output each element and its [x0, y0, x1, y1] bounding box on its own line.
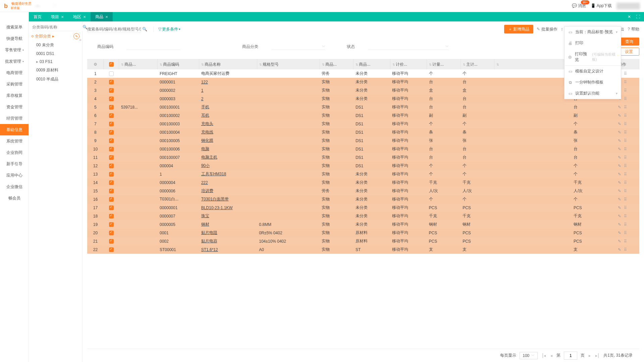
tab-首页[interactable]: 首页 [29, 12, 46, 21]
user-menu[interactable] [616, 3, 640, 9]
left-nav: 搜索菜单快捷导航零售管理▾批发管理▾电商管理采购管理库存核算资金管理经营管理基础… [0, 12, 29, 21]
close-icon[interactable]: ✕ [61, 15, 64, 19]
tab-close-icon[interactable]: ✕ [626, 13, 633, 20]
tab-商品[interactable]: 商品✕ [91, 12, 113, 21]
logo-brand: 畅捷通好生意 [11, 1, 32, 6]
tab-项目[interactable]: 项目✕ [46, 12, 68, 21]
company-name: — [36, 4, 40, 8]
top-header: b 畅捷通好生意 标准版 — ﹀ 💬 消息 99+ 📱 App下载 [0, 0, 644, 12]
message-icon: 💬 [572, 3, 577, 8]
tabs-bar: 首页项目✕地区✕商品✕ ✕ ⛶ [0, 12, 644, 21]
app-download-label: App下载 [597, 3, 612, 8]
messages-button[interactable]: 💬 消息 99+ [572, 3, 586, 9]
chevron-down-icon: ﹀ [53, 3, 57, 9]
top-right: 💬 消息 99+ 📱 App下载 [572, 3, 640, 9]
phone-icon: 📱 [591, 3, 596, 8]
logo-edition: 标准版 [11, 6, 32, 10]
app-download-button[interactable]: 📱 App下载 [591, 3, 612, 9]
messages-badge: 99+ [581, 0, 589, 4]
logo: b 畅捷通好生意 标准版 [4, 1, 33, 10]
logo-icon: b [4, 3, 11, 9]
fullscreen-icon[interactable]: ⛶ [635, 13, 641, 20]
close-icon[interactable]: ✕ [105, 15, 108, 19]
tab-地区[interactable]: 地区✕ [68, 12, 91, 21]
close-icon[interactable]: ✕ [83, 15, 86, 19]
company-selector[interactable]: — ﹀ [36, 3, 57, 9]
